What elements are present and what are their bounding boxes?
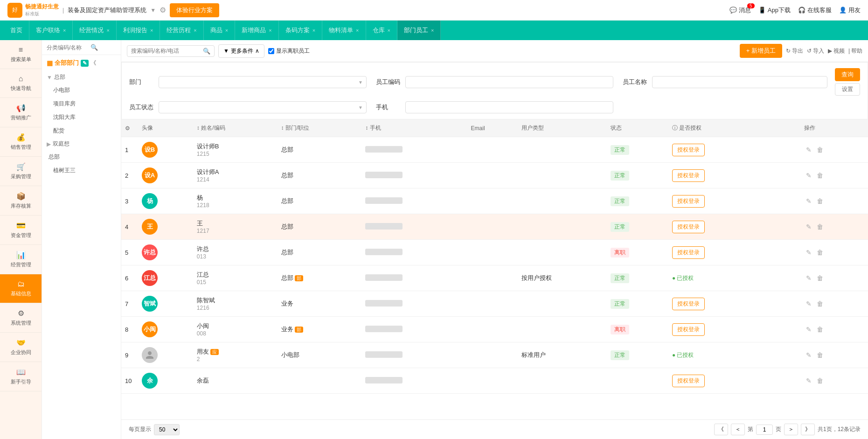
import-btn[interactable]: ↺ 导入 xyxy=(807,47,824,55)
more-filters-btn[interactable]: ▼ 更多条件 ∧ xyxy=(218,44,264,58)
auth-login-btn[interactable]: 授权登录 xyxy=(672,375,705,387)
delete-btn[interactable]: 🗑 xyxy=(815,273,825,283)
auth-login-btn[interactable]: 授权登录 xyxy=(672,323,705,336)
close-icon[interactable]: × xyxy=(269,28,271,33)
search-action-btn[interactable]: 查询 xyxy=(835,68,860,81)
auth-login-btn[interactable]: 授权登录 xyxy=(672,246,705,259)
delete-btn[interactable]: 🗑 xyxy=(815,145,825,154)
nav-tab-customer[interactable]: 客户联络 × xyxy=(29,21,73,40)
edit-btn[interactable]: ✎ xyxy=(804,350,813,360)
online-service-btn[interactable]: 🎧 在线客服 xyxy=(798,6,832,14)
delete-btn[interactable]: 🗑 xyxy=(815,171,825,180)
system-dropdown-btn[interactable]: ▼ xyxy=(150,7,156,14)
employee-name-input[interactable] xyxy=(652,76,827,88)
edit-btn[interactable]: ✎ xyxy=(804,222,813,231)
edit-btn[interactable]: ✎ xyxy=(804,171,813,180)
menu-item-nav[interactable]: ⌂ 快速导航 xyxy=(0,69,42,98)
auth-login-btn[interactable]: 授权登录 xyxy=(672,144,705,156)
nav-tab-add-goods[interactable]: 新增商品 × xyxy=(235,21,278,40)
employee-code-input[interactable] xyxy=(405,76,613,88)
settings-icon[interactable]: ⚙ xyxy=(125,125,130,132)
close-icon[interactable]: × xyxy=(106,28,109,33)
gear-btn[interactable]: ⚙ xyxy=(160,6,166,14)
app-download-btn[interactable]: 📱 App下载 xyxy=(758,6,791,14)
first-page-btn[interactable]: 《 xyxy=(714,424,728,435)
nav-tab-home[interactable]: 首页 xyxy=(4,21,29,40)
delete-btn[interactable]: 🗑 xyxy=(815,350,825,360)
page-number-input[interactable] xyxy=(756,425,773,435)
menu-item-finance[interactable]: 💳 资金管理 xyxy=(0,216,42,245)
next-page-btn[interactable]: ＞ xyxy=(784,424,798,435)
nav-tab-history[interactable]: 经营历程 × xyxy=(160,21,203,40)
close-icon[interactable]: × xyxy=(63,28,66,33)
trial-btn[interactable]: 体验行业方案 xyxy=(170,3,219,17)
nav-tab-goods[interactable]: 商品 × xyxy=(204,21,235,40)
edit-btn[interactable]: ✎ xyxy=(804,273,813,283)
user-btn[interactable]: 👤 用友 xyxy=(839,6,861,14)
edit-btn[interactable]: ✎ xyxy=(804,248,813,257)
collapse-dept-icon[interactable]: 《 xyxy=(90,59,96,67)
nav-tab-barcode[interactable]: 条码方案 × xyxy=(279,21,322,40)
export-btn[interactable]: ↻ 导出 xyxy=(786,47,803,55)
view-btn[interactable]: ▶ 视频 xyxy=(828,47,845,55)
employee-search-input[interactable] xyxy=(131,48,201,54)
close-icon[interactable]: × xyxy=(431,28,434,33)
menu-item-basic[interactable]: 🗂 基础信息 xyxy=(0,274,42,303)
delete-btn[interactable]: 🗑 xyxy=(815,196,825,206)
phone-input[interactable] xyxy=(405,101,613,113)
edit-btn[interactable]: ✎ xyxy=(804,376,813,385)
delete-btn[interactable]: 🗑 xyxy=(815,325,825,334)
show-resigned-checkbox[interactable] xyxy=(268,48,274,54)
dept-item-zongbu[interactable]: 总部 xyxy=(42,150,121,164)
prev-page-btn[interactable]: ＜ xyxy=(731,424,745,435)
dept-item-sydl[interactable]: 沈阳大库 xyxy=(42,111,121,124)
menu-item-guide[interactable]: 📖 新手引导 xyxy=(0,362,42,391)
menu-item-system[interactable]: ⚙ 系统管理 xyxy=(0,303,42,333)
menu-item-sales[interactable]: 💰 销售管理 xyxy=(0,127,42,157)
nav-tab-employees[interactable]: 部门员工 × xyxy=(397,21,441,40)
edit-btn[interactable]: ✎ xyxy=(804,145,813,154)
delete-btn[interactable]: 🗑 xyxy=(815,299,825,308)
auth-login-btn[interactable]: 授权登录 xyxy=(672,221,705,233)
add-employee-btn[interactable]: + 新增员工 xyxy=(740,44,782,58)
dept-search-input[interactable] xyxy=(47,44,89,51)
close-icon[interactable]: × xyxy=(225,28,228,33)
delete-btn[interactable]: 🗑 xyxy=(815,376,825,385)
close-icon[interactable]: × xyxy=(388,28,390,33)
last-page-btn[interactable]: 》 xyxy=(801,424,815,435)
message-btn[interactable]: 💬 消息 5 xyxy=(729,6,751,14)
auth-login-btn[interactable]: 授权登录 xyxy=(672,169,705,182)
edit-btn[interactable]: ✎ xyxy=(804,299,813,308)
close-icon[interactable]: × xyxy=(356,28,359,33)
help-btn[interactable]: | 帮助 xyxy=(848,47,862,55)
page-size-select[interactable]: 50 100 xyxy=(154,424,180,435)
delete-btn[interactable]: 🗑 xyxy=(815,222,825,231)
auth-login-btn[interactable]: 授权登录 xyxy=(672,298,705,310)
close-icon[interactable]: × xyxy=(194,28,196,33)
edit-dept-icon[interactable]: ✎ xyxy=(81,60,89,67)
dept-item-ph[interactable]: 配货 xyxy=(42,124,121,138)
show-resigned-label[interactable]: 显示离职员工 xyxy=(268,47,310,55)
menu-item-cooperation[interactable]: 🤝 企业协同 xyxy=(0,333,42,362)
edit-btn[interactable]: ✎ xyxy=(804,325,813,334)
menu-item-purchase[interactable]: 🛒 采购管理 xyxy=(0,157,42,186)
close-icon[interactable]: × xyxy=(150,28,153,33)
menu-item-marketing[interactable]: 📢 营销推广 xyxy=(0,98,42,127)
edit-btn[interactable]: ✎ xyxy=(804,196,813,206)
nav-tab-profit[interactable]: 利润报告 × xyxy=(117,21,160,40)
dept-item-xmkf[interactable]: 项目库房 xyxy=(42,97,121,111)
dept-item-xbd[interactable]: 小电部 xyxy=(42,84,121,97)
menu-item-inventory[interactable]: 📦 库存核算 xyxy=(0,186,42,216)
menu-item-search[interactable]: ≡ 搜索菜单 xyxy=(0,40,42,69)
reset-btn[interactable]: 设置 xyxy=(835,83,860,96)
dept-select[interactable] xyxy=(159,76,367,88)
auth-login-btn[interactable]: 授权登录 xyxy=(672,195,705,208)
close-icon[interactable]: × xyxy=(312,28,315,33)
dept-item-zhishu[interactable]: 植树王三 xyxy=(42,164,121,177)
nav-tab-bom[interactable]: 物料清单 × xyxy=(322,21,366,40)
status-select[interactable] xyxy=(159,101,367,113)
nav-tab-operation[interactable]: 经营情况 × xyxy=(73,21,116,40)
all-dept-title[interactable]: ▦ 全部部门 ✎ 《 xyxy=(42,55,121,71)
nav-tab-warehouse[interactable]: 仓库 × xyxy=(366,21,397,40)
delete-btn[interactable]: 🗑 xyxy=(815,248,825,257)
